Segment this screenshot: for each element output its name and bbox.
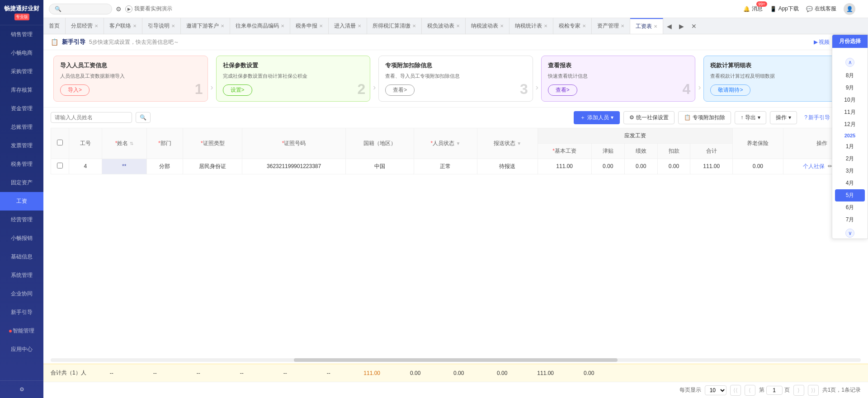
close-tab-invite[interactable]: ✕ (221, 23, 224, 28)
step-1-btn[interactable]: 导入> (60, 84, 90, 96)
month-item-5[interactable]: 5月 (835, 189, 865, 201)
close-tab-clear[interactable]: ✕ (358, 23, 361, 28)
month-item-9[interactable]: 9月 (835, 82, 865, 94)
tab-tax-burden[interactable]: 税负波动表✕ (422, 18, 466, 34)
month-item-10[interactable]: 10月 (835, 94, 865, 106)
month-item-6[interactable]: 6月 (835, 201, 865, 214)
export-btn[interactable]: ↑ 导出 ▾ (735, 111, 766, 124)
notification-btn[interactable]: 🔔 消息 99+ (743, 5, 763, 13)
guide-btn[interactable]: ? 新手引导 (801, 112, 834, 124)
month-item-7[interactable]: 7月 (835, 214, 865, 226)
sidebar-item-payroll[interactable]: 工资 (0, 192, 43, 211)
tab-nav-next[interactable]: ▶ (675, 23, 688, 30)
app-download-btn[interactable]: 📱 App下载 (770, 5, 799, 13)
staff-search-input[interactable] (51, 112, 132, 123)
tab-tax-report[interactable]: 税务申报✕ (290, 18, 329, 34)
add-staff-btn[interactable]: ＋ 添加人员 ▾ (574, 111, 620, 124)
select-all-checkbox[interactable] (57, 140, 63, 145)
close-tab-income[interactable]: ✕ (412, 23, 416, 28)
prev-page-btn[interactable]: ⟨ (745, 385, 755, 396)
tab-nav-prev[interactable]: ◀ (663, 23, 675, 30)
month-item-1[interactable]: 1月 (835, 140, 865, 153)
sidebar-item-system[interactable]: 系统管理 (0, 266, 43, 285)
search-btn[interactable]: 🔍 (136, 112, 151, 123)
tab-tax-expert[interactable]: 税检专家✕ (553, 18, 592, 34)
sidebar-item-guide[interactable]: 新手引导 (0, 303, 43, 322)
sidebar-settings[interactable]: ⚙ (0, 380, 43, 398)
tab-home[interactable]: 首页 (43, 18, 66, 34)
step-4-btn[interactable]: 查看> (548, 84, 577, 96)
close-tab-payroll[interactable]: ✕ (654, 24, 657, 29)
topbar-search-box[interactable]: 🔍 (49, 4, 112, 14)
status-filter-icon[interactable]: ▼ (456, 141, 460, 146)
report-filter-icon[interactable]: ▼ (517, 141, 521, 146)
next-page-btn[interactable]: ⟩ (793, 385, 804, 396)
close-tab-tax[interactable]: ✕ (319, 23, 323, 28)
last-page-btn[interactable]: ⟩⟩ (808, 385, 819, 396)
close-tab-guide[interactable]: ✕ (171, 23, 175, 28)
sidebar-item-assets[interactable]: 固定资产 (0, 173, 43, 192)
tab-tier[interactable]: 分层经营✕ (66, 18, 104, 34)
sidebar-item-collab[interactable]: 企业协同 (0, 285, 43, 303)
settings-gear-icon[interactable]: ⚙ (116, 5, 122, 13)
sidebar-item-apps[interactable]: 应用中心 (0, 340, 43, 359)
first-page-btn[interactable]: ⟨⟨ (730, 385, 741, 396)
tab-payroll[interactable]: 工资表✕ (630, 18, 663, 34)
close-tab-stats[interactable]: ✕ (544, 23, 547, 28)
sidebar-item-ecom[interactable]: 小畅电商 (0, 44, 43, 62)
month-next-btn[interactable]: ∨ (845, 229, 854, 238)
tab-tax-wave[interactable]: 纳税波动表✕ (466, 18, 509, 34)
tab-customer[interactable]: 客户联络✕ (104, 18, 142, 34)
tab-assets[interactable]: 资产管理✕ (592, 18, 630, 34)
month-item-4[interactable]: 4月 (835, 177, 865, 189)
sidebar-item-invoice[interactable]: 发票管理 (0, 136, 43, 155)
tab-guide[interactable]: 引导说明✕ (142, 18, 181, 34)
sidebar-item-inventory[interactable]: 库存核算 (0, 81, 43, 99)
social-insurance-btn[interactable]: ⚙ 统一社保设置 (623, 111, 675, 124)
close-tab-customer[interactable]: ✕ (133, 23, 137, 28)
personal-insurance-link[interactable]: 个人社保 (803, 163, 825, 169)
close-tab-assets[interactable]: ✕ (621, 23, 624, 28)
demo-link[interactable]: ▶ 我要看实例演示 (125, 5, 172, 13)
tab-tax-stats[interactable]: 纳税统计表✕ (509, 18, 553, 34)
tab-clear[interactable]: 进入清册✕ (329, 18, 367, 34)
name-sort-icon[interactable]: ⇅ (130, 141, 133, 146)
sidebar-item-finance[interactable]: 资金管理 (0, 99, 43, 118)
page-input[interactable] (766, 386, 783, 395)
step-2-btn[interactable]: 设置> (223, 84, 252, 96)
month-item-8[interactable]: 8月 (835, 70, 865, 82)
operations-btn[interactable]: 操作 ▾ (770, 111, 797, 124)
close-tab-products[interactable]: ✕ (281, 23, 284, 28)
tab-invite[interactable]: 邀请下游客户✕ (181, 18, 230, 34)
month-item-2[interactable]: 2月 (835, 153, 865, 165)
tab-products[interactable]: 往来单位商品编码✕ (230, 18, 290, 34)
table-scroll-thumb[interactable] (294, 358, 618, 362)
close-tab-burden[interactable]: ✕ (456, 23, 460, 28)
close-tab-tier[interactable]: ✕ (94, 23, 98, 28)
tab-income-tax[interactable]: 所得税汇算清缴✕ (367, 18, 422, 34)
sidebar-item-sales[interactable]: 销售管理 (0, 25, 43, 44)
month-item-11[interactable]: 11月 (835, 106, 865, 118)
close-tab-wave[interactable]: ✕ (500, 23, 504, 28)
sidebar-item-operations[interactable]: 经营管理 (0, 211, 43, 229)
guide-video-link[interactable]: ▶ 视频 (814, 38, 830, 46)
row-checkbox[interactable] (57, 163, 63, 169)
online-service-btn[interactable]: 💬 在线客服 (806, 5, 836, 13)
close-tab-expert[interactable]: ✕ (582, 23, 586, 28)
sidebar-item-purchase[interactable]: 采购管理 (0, 62, 43, 81)
sidebar-item-tax[interactable]: 税务管理 (0, 155, 43, 173)
step-3-btn[interactable]: 查看> (385, 84, 415, 96)
tab-nav-close-all[interactable]: ✕ (688, 23, 700, 30)
sidebar-item-ledger[interactable]: 总账管理 (0, 118, 43, 136)
sidebar-item-smart[interactable]: 智能管理 (0, 322, 43, 340)
sidebar-item-basic-info[interactable]: 基础信息 (0, 248, 43, 266)
user-avatar[interactable]: 👤 (844, 3, 855, 15)
month-prev-btn[interactable]: ∧ (845, 58, 854, 67)
special-deduction-btn[interactable]: 📋 专项附加扣除 (678, 111, 731, 124)
sidebar-item-expense[interactable]: 小畅报销 (0, 229, 43, 248)
month-item-12[interactable]: 12月 (835, 118, 865, 131)
table-scroll-track[interactable] (51, 358, 861, 362)
step-5-btn[interactable]: 敬请期待> (710, 84, 750, 96)
per-page-select[interactable]: 10 20 50 (705, 385, 726, 395)
month-item-3[interactable]: 3月 (835, 165, 865, 177)
